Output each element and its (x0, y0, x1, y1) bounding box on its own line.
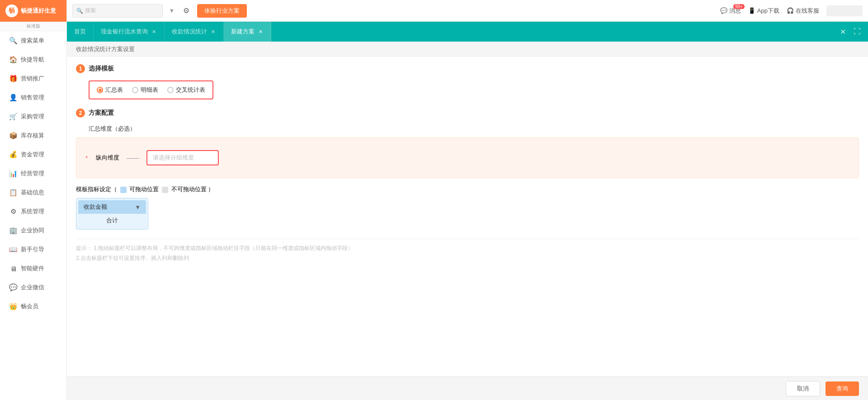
online-service-btn[interactable]: 🎧 在线客服 (787, 7, 819, 15)
metrics-header-chevron[interactable]: ▼ (135, 204, 141, 211)
sidebar-item-label: 营销推广 (21, 75, 44, 83)
breadcrumb: 收款情况统计方案设置 (67, 42, 868, 57)
metrics-label-row: 模板指标设定（ 可拖动位置 不可拖动位置 ） (76, 185, 859, 193)
app-download-btn[interactable]: 📱 App下载 (748, 7, 779, 15)
sidebar-item-purchase[interactable]: 🛒 采购管理 (0, 107, 66, 126)
tab-collection-stats-close[interactable]: ✕ (210, 28, 216, 35)
notification-count: 99+ (733, 4, 745, 9)
service-icon: 🎧 (787, 7, 794, 14)
template-select-box: 汇总表 明细表 交叉统计表 (89, 80, 213, 99)
expand-btn[interactable]: ⛶ (852, 26, 863, 37)
section1-title: 选择模板 (89, 65, 114, 73)
sidebar-item-label: 智能硬件 (21, 264, 44, 273)
newbie-icon: 📖 (9, 245, 17, 254)
sidebar-item-label: 资金管理 (21, 151, 44, 159)
user-info-bar[interactable] (826, 5, 863, 16)
purchase-icon: 🛒 (9, 113, 17, 121)
basic-info-icon: 📋 (9, 188, 17, 197)
sidebar-item-newbie[interactable]: 📖 新手引导 (0, 240, 66, 259)
tab-new-plan-close[interactable]: ✕ (257, 28, 264, 35)
tab-home[interactable]: 首页 (67, 22, 94, 42)
quick-nav-icon: 🏠 (9, 56, 17, 64)
radio-summary-label: 汇总表 (105, 86, 123, 94)
message-icon: 💬 (720, 7, 727, 14)
section2-number: 2 (76, 108, 85, 118)
tab-home-label: 首页 (74, 28, 86, 36)
tip-2: 2.点击标题栏下拉可设置排序、插入列和删除列 (76, 254, 859, 264)
radio-summary[interactable]: 汇总表 (97, 86, 123, 94)
undraggable-dot (162, 187, 168, 193)
dimension-select[interactable]: 请选择分组维度 (146, 150, 219, 165)
inventory-icon: 📦 (9, 132, 17, 140)
metrics-section-title: 模板指标设定（ 可拖动位置 不可拖动位置 ） (76, 185, 214, 193)
radio-cross[interactable]: 交叉统计表 (167, 86, 205, 94)
sidebar-item-sales[interactable]: 👤 销售管理 (0, 88, 66, 107)
dimension-area: * 纵向维度 —— 请选择分组维度 (76, 137, 859, 178)
metrics-table: 收款金额 ▼ 合计 (76, 198, 148, 230)
sidebar-item-operations[interactable]: 📊 经营管理 (0, 164, 66, 183)
dropdown-btn[interactable]: ▼ (166, 5, 177, 16)
tabbar: 首页 现金银行流水查询 ✕ 收款情况统计 ✕ 新建方案 ✕ ✕ ⛶ (67, 22, 868, 42)
metrics-header-label: 收款金额 (84, 203, 107, 211)
radio-cross-label: 交叉统计表 (176, 86, 205, 94)
sidebar-item-capital[interactable]: 💰 资金管理 (0, 145, 66, 164)
sidebar-item-label: 企业协同 (21, 226, 44, 235)
sidebar-item-label: 采购管理 (21, 113, 44, 121)
sidebar-item-marketing[interactable]: 🎁 营销推广 (0, 69, 66, 88)
close-all-btn[interactable]: ✕ (837, 26, 848, 37)
sidebar-item-system[interactable]: ⚙ 系统管理 (0, 202, 66, 221)
radio-summary-circle (97, 87, 103, 93)
metrics-header[interactable]: 收款金额 ▼ (78, 200, 146, 214)
sidebar-item-enterprise-wechat[interactable]: 💬 企业微信 (0, 278, 66, 297)
dimension-row: * 纵向维度 —— 请选择分组维度 (85, 150, 219, 165)
section1-header: 1 选择模板 (76, 64, 859, 73)
tab-new-plan[interactable]: 新建方案 ✕ (224, 22, 271, 42)
sidebar-item-basic-info[interactable]: 📋 基础信息 (0, 183, 66, 202)
notification-badge[interactable]: 💬 消息 99+ (720, 7, 741, 15)
sidebar-item-search-menu[interactable]: 🔍 搜索菜单 (0, 31, 66, 50)
vertical-dimension-label: 纵向维度 (96, 154, 119, 162)
tab-bank-flow-label: 现金银行流水查询 (101, 28, 148, 36)
section2-body: 汇总维度（必选） * 纵向维度 —— 请选择分组维度 (76, 125, 859, 268)
sidebar-item-label: 系统管理 (21, 207, 44, 216)
tip-1: 提示： 1.拖动标题栏可以调整布局，不可跨维度或指标区域拖动栏目字段（只能在同一… (76, 244, 859, 254)
sidebar-item-label: 畅会员 (21, 302, 38, 311)
app-download-label: App下载 (757, 7, 779, 15)
sidebar-item-label: 库存核算 (21, 132, 44, 140)
sidebar-item-inventory[interactable]: 📦 库存核算 (0, 126, 66, 145)
page-inner: 1 选择模板 汇总表 明细表 交叉统计表 2 (67, 57, 868, 376)
member-icon: 👑 (9, 302, 17, 311)
required-star: * (85, 155, 88, 161)
sidebar-item-quick-nav[interactable]: 🏠 快捷导航 (0, 50, 66, 69)
search-menu-icon: 🔍 (9, 37, 17, 45)
radio-detail[interactable]: 明细表 (132, 86, 158, 94)
sidebar-item-enterprise[interactable]: 🏢 企业协同 (0, 221, 66, 240)
sidebar-item-label: 企业微信 (21, 283, 44, 292)
dimension-label: 汇总维度（必选） (89, 125, 859, 133)
search-icon: 🔍 (76, 8, 83, 14)
trial-button[interactable]: 体验行业方案 (197, 4, 247, 18)
metrics-table-wrapper: 模板指标设定（ ） 收款金额 ▼ 合计 (76, 198, 859, 230)
metrics-section: 模板指标设定（ 可拖动位置 不可拖动位置 ） 模板指标设定（ ） (76, 185, 859, 230)
radio-cross-circle (167, 87, 174, 93)
sidebar-item-smart-hw[interactable]: 🖥 智能硬件 (0, 259, 66, 278)
search-placeholder: 搜索 (85, 7, 96, 14)
search-box[interactable]: 🔍 搜索 (72, 4, 163, 18)
radio-detail-label: 明细表 (141, 86, 158, 94)
main-area: 🔍 搜索 ▼ ⚙ 体验行业方案 💬 消息 99+ 📱 App下载 🎧 在线客服 (67, 0, 868, 400)
online-service-label: 在线客服 (796, 7, 819, 15)
tab-bank-flow[interactable]: 现金银行流水查询 ✕ (94, 22, 165, 42)
sidebar: 畅 畅捷通好生意 标准版 🔍 搜索菜单 🏠 快捷导航 🎁 营销推广 👤 销售管理… (0, 0, 67, 400)
logo-text: 畅捷通好生意 (21, 7, 56, 14)
sidebar-item-label: 搜索菜单 (21, 37, 44, 45)
enterprise-wechat-icon: 💬 (9, 283, 17, 292)
cancel-button[interactable]: 取消 (786, 381, 820, 396)
gear-icon[interactable]: ⚙ (181, 5, 192, 16)
sidebar-item-member[interactable]: 👑 畅会员 (0, 297, 66, 316)
section2-header: 2 方案配置 (76, 108, 859, 118)
tab-bank-flow-close[interactable]: ✕ (151, 28, 157, 35)
tab-collection-stats[interactable]: 收款情况统计 ✕ (165, 22, 224, 42)
query-button[interactable]: 查询 (826, 381, 859, 396)
logo-icon: 畅 (5, 5, 18, 17)
sidebar-logo: 畅 畅捷通好生意 (0, 0, 66, 22)
